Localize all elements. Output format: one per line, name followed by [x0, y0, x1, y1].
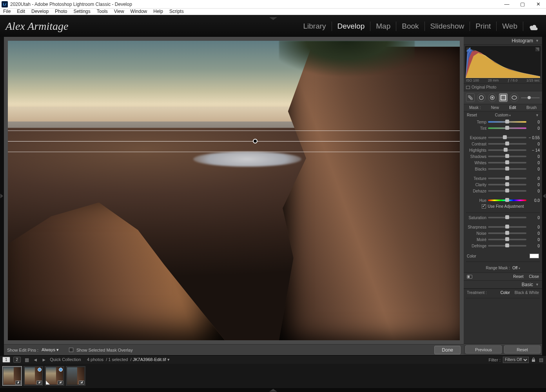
- second-window-button[interactable]: 2: [13, 357, 21, 363]
- filmstrip-path[interactable]: Quick Collection 4 photos / 1 selected /…: [50, 357, 170, 362]
- color-row[interactable]: Color: [464, 252, 542, 260]
- slider-contrast[interactable]: Contrast0: [464, 141, 542, 147]
- slider-defringe-value[interactable]: 0: [528, 244, 540, 248]
- slider-whites[interactable]: Whites0: [464, 160, 542, 166]
- main-window-button[interactable]: 1: [2, 357, 10, 363]
- gradient-guide-center[interactable]: [8, 141, 460, 142]
- slider-shadows-value[interactable]: 0: [528, 154, 540, 159]
- histogram[interactable]: [465, 46, 541, 78]
- spot-removal-tool[interactable]: [477, 93, 486, 102]
- slider-tint-value[interactable]: 0: [528, 126, 540, 131]
- show-pins-value[interactable]: Always ▾: [42, 347, 59, 352]
- filmstrip-menu-icon[interactable]: ▤: [538, 357, 544, 363]
- menu-settings[interactable]: Settings: [70, 9, 93, 14]
- slider-noise[interactable]: Noise0: [464, 230, 542, 236]
- slider-sharpness[interactable]: Sharpness0: [464, 224, 542, 230]
- thumbnail[interactable]: [66, 366, 85, 386]
- fine-adjust-checkbox[interactable]: [482, 204, 486, 209]
- slider-texture[interactable]: Texture0: [464, 175, 542, 181]
- left-panel-collapse-handle[interactable]: [0, 37, 4, 355]
- nav-forward-icon[interactable]: ►: [41, 357, 47, 363]
- effect-preset-select[interactable]: Custom: [495, 113, 511, 117]
- filmstrip-collapse-handle[interactable]: [0, 388, 546, 392]
- mask-mode-brush[interactable]: Brush: [524, 105, 539, 110]
- slider-texture-value[interactable]: 0: [528, 176, 540, 181]
- mask-mode-new[interactable]: New: [489, 105, 501, 110]
- thumbnail[interactable]: [24, 366, 43, 386]
- module-map[interactable]: Map: [370, 22, 396, 31]
- maximize-button[interactable]: ▢: [515, 0, 530, 9]
- effect-reset[interactable]: Reset: [467, 113, 477, 117]
- slider-dehaze[interactable]: Dehaze0: [464, 188, 542, 194]
- slider-clarity[interactable]: Clarity0: [464, 181, 542, 188]
- menu-file[interactable]: File: [2, 9, 14, 14]
- fine-adjust-row[interactable]: Use Fine Adjustment: [464, 203, 542, 211]
- slider-exposure[interactable]: Exposure− 0.55: [464, 134, 542, 141]
- radial-filter-tool[interactable]: [510, 93, 519, 102]
- slider-contrast-value[interactable]: 0: [528, 142, 540, 146]
- done-button[interactable]: Done: [434, 346, 461, 354]
- menu-edit[interactable]: Edit: [14, 9, 28, 14]
- filter-lock-icon[interactable]: [531, 358, 536, 362]
- slider-blacks[interactable]: Blacks0: [464, 166, 542, 172]
- slider-hue[interactable]: Hue0.0: [464, 197, 542, 203]
- module-book[interactable]: Book: [396, 22, 424, 31]
- graduated-filter-tool[interactable]: [499, 93, 508, 102]
- previous-button[interactable]: Previous: [465, 345, 502, 354]
- slider-highlights-value[interactable]: − 14: [528, 148, 540, 152]
- thumbnail[interactable]: [45, 366, 64, 386]
- slider-tint[interactable]: Tint0: [464, 125, 542, 131]
- original-photo-toggle[interactable]: Original Photo: [464, 83, 542, 91]
- menu-scripts[interactable]: Scripts: [166, 9, 187, 14]
- adjustment-pin[interactable]: [253, 139, 258, 143]
- color-swatch[interactable]: [530, 254, 539, 258]
- slider-temp-value[interactable]: 0: [528, 120, 540, 124]
- menu-view[interactable]: View: [111, 9, 127, 14]
- slider-noise-value[interactable]: 0: [528, 231, 540, 236]
- menu-tools[interactable]: Tools: [94, 9, 111, 14]
- menu-develop[interactable]: Develop: [28, 9, 52, 14]
- treatment-bw[interactable]: Black & White: [515, 290, 539, 295]
- module-print[interactable]: Print: [470, 22, 497, 31]
- effect-panel-collapse[interactable]: ▼: [535, 113, 539, 117]
- range-mask-select[interactable]: Off: [512, 266, 520, 270]
- identity-plate[interactable]: Alex Armitage: [3, 20, 68, 33]
- basic-panel-header[interactable]: Basic▼: [464, 281, 542, 289]
- crop-tool[interactable]: [466, 93, 475, 102]
- gradient-guide-bottom[interactable]: [8, 152, 460, 152]
- thumbnail[interactable]: [2, 366, 22, 386]
- slider-dehaze-value[interactable]: 0: [528, 189, 540, 193]
- minimize-button[interactable]: —: [499, 0, 515, 9]
- module-develop[interactable]: Develop: [332, 22, 371, 31]
- mask-visibility-switch[interactable]: [467, 275, 472, 279]
- slider-saturation[interactable]: Saturation0: [464, 214, 542, 221]
- mask-close-button[interactable]: Close: [529, 274, 539, 279]
- slider-saturation-value[interactable]: 0: [528, 216, 540, 220]
- photo-canvas[interactable]: [8, 41, 460, 340]
- slider-blacks-value[interactable]: 0: [528, 167, 540, 171]
- menu-photo[interactable]: Photo: [52, 9, 70, 14]
- slider-sharpness-value[interactable]: 0: [528, 225, 540, 229]
- slider-temp[interactable]: Temp0: [464, 119, 542, 125]
- module-library[interactable]: Library: [298, 22, 332, 31]
- gradient-guide-top[interactable]: [8, 131, 460, 131]
- histogram-panel-header[interactable]: Histogram▼: [464, 37, 542, 45]
- grid-view-icon[interactable]: ▦: [24, 357, 29, 363]
- show-mask-checkbox[interactable]: [69, 348, 73, 352]
- slider-moire-value[interactable]: 0: [528, 238, 540, 242]
- menu-help[interactable]: Help: [150, 9, 166, 14]
- slider-shadows[interactable]: Shadows0: [464, 153, 542, 160]
- menu-window[interactable]: Window: [127, 9, 151, 14]
- top-panel-collapse-handle[interactable]: [261, 15, 285, 18]
- reset-button[interactable]: Reset: [504, 345, 541, 354]
- brush-size-slider[interactable]: [521, 97, 540, 98]
- nav-back-icon[interactable]: ◄: [33, 357, 38, 363]
- module-slideshow[interactable]: Slideshow: [425, 22, 470, 31]
- mask-mode-edit[interactable]: Edit: [507, 105, 518, 110]
- slider-exposure-value[interactable]: − 0.55: [528, 136, 540, 140]
- slider-hue-value[interactable]: 0.0: [528, 198, 540, 203]
- module-web[interactable]: Web: [497, 22, 523, 31]
- slider-moire[interactable]: Moiré0: [464, 236, 542, 243]
- range-mask-row[interactable]: Range Mask : Off: [464, 263, 542, 272]
- filmstrip[interactable]: [0, 364, 546, 388]
